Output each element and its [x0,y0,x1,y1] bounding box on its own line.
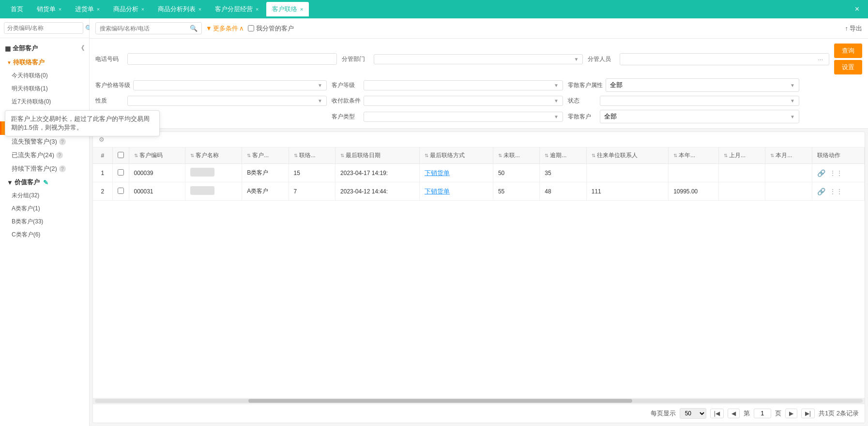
filter-search-input[interactable] [100,25,190,32]
col-this-month[interactable]: ⇅本月... [765,147,812,164]
retail-customer-select[interactable]: 全部 ▼ [600,110,799,123]
customer-level-select[interactable]: ▼ [364,80,563,90]
price-level-select[interactable]: ▼ [133,80,327,90]
more-conditions-btn[interactable]: ▼ 更多条件 ∧ [206,24,244,33]
nav-customer-segment[interactable]: 客户分层经营 × [209,2,264,16]
status-dropdown-icon: ▼ [790,98,795,103]
value-edit-icon[interactable]: ✎ [43,179,48,186]
sidebar-all-customers[interactable]: ▦ 全部客户 《 [0,41,89,56]
left-sidebar: 🔍 ▦ 全部客户 《 ▼ 待联络客户 今天待联络(0) 明天待联络(1) 近7天… [0,18,90,426]
nav-sales[interactable]: 销货单 × [31,2,67,16]
payment-select[interactable]: ▼ [364,96,563,106]
row-checkbox-0[interactable] [118,169,124,176]
cell-last-date-0: 2023-04-17 14:19: [335,164,420,182]
top-nav: 首页 销货单 × 进货单 × 商品分析 × 商品分析列表 × 客户分层经营 × … [0,0,868,18]
filter-form: 电话号码 分管部门 ▼ 分管人员 ··· [90,39,868,129]
sidebar-section-value[interactable]: ▼ 价值客户 ✎ [0,176,89,189]
col-contact-count[interactable]: ⇅联络... [289,147,335,164]
nav-home[interactable]: 首页 [5,2,29,16]
total-records: 共1页 2条记录 [819,409,859,418]
pagination: 每页显示 50 100 200 |◀ ◀ 第 页 ▶ ▶| 共1页 2条记录 [93,404,865,423]
sidebar-section-pending[interactable]: ▼ 待联络客户 [0,56,89,69]
sidebar-item-loss-warning[interactable]: 流失预警客户(3) ? [0,135,89,148]
nav-product-analysis-list[interactable]: 商品分析列表 × [152,2,207,16]
info-icon-4: ? [59,165,66,172]
sidebar-item-ungrouped[interactable]: 未分组(32) [0,189,89,202]
manager-dots-icon[interactable]: ··· [816,56,825,63]
filter-price-level: 客户价格等级 ▼ [95,80,327,90]
col-last-contact-date[interactable]: ⇅最后联络日期 [335,147,420,164]
manager-input[interactable]: ··· [620,53,829,65]
nav-customer-contact[interactable]: 客户联络 × [266,2,309,16]
table-area: ⚙ # ⇅客户编码 ⇅客户名称 [92,132,865,423]
table-settings-icon[interactable]: ⚙ [99,136,105,143]
cell-type-0: B类客户 [242,164,289,182]
customer-type-dropdown-icon: ▼ [554,114,559,119]
col-name[interactable]: ⇅客户名称 [185,147,242,164]
status-select[interactable]: ▼ [600,96,799,106]
action-icon-link-1[interactable]: 🔗 [817,188,825,195]
nav-purchase[interactable]: 进货单 × [69,2,106,16]
sidebar-item-b-class[interactable]: B类客户(33) [0,215,89,228]
last-page-btn[interactable]: ▶| [801,409,815,418]
nav-customer-contact-close[interactable]: × [300,6,303,12]
table-row: 2 000031 A类客户 7 2023-04-12 14:44: 下销货单 5… [93,182,865,201]
sidebar-collapse-btn[interactable]: 《 [78,44,84,53]
col-overdue[interactable]: ⇅逾期... [540,147,586,164]
nature-select[interactable]: ▼ [127,96,327,106]
my-customers-checkbox[interactable] [248,25,254,31]
sidebar-item-tomorrow[interactable]: 明天待联络(1) [0,82,89,95]
retail-attr-select[interactable]: 全部 ▼ [606,78,799,92]
current-page-input[interactable] [754,409,771,418]
query-btn[interactable]: 查询 [834,44,862,58]
col-check [112,147,129,164]
col-contact-person[interactable]: ⇅往来单位联系人 [586,147,668,164]
col-last-month[interactable]: ⇅上月... [718,147,765,164]
filter-search-icon[interactable]: 🔍 [190,25,198,32]
nav-customer-segment-close[interactable]: × [256,6,259,12]
settings-btn[interactable]: 设置 [834,60,862,74]
col-type[interactable]: ⇅客户... [242,147,289,164]
customer-level-dropdown-icon: ▼ [554,83,559,88]
nav-product-analysis-list-close[interactable]: × [198,6,201,12]
sidebar-item-c-class[interactable]: C类客户(6) [0,228,89,241]
export-btn[interactable]: ↑ 导出 [845,24,863,33]
cell-contact-person-1: 111 [586,182,668,201]
action-icon-menu-1[interactable]: ⋮⋮ [829,188,843,195]
sort-icon-10: ⇅ [673,153,677,158]
sidebar-item-today[interactable]: 今天待联络(0) [0,69,89,82]
nav-purchase-close[interactable]: × [97,6,100,12]
phone-input[interactable] [127,53,337,65]
cell-uncontacted-0: 50 [493,164,539,182]
select-all-checkbox[interactable] [118,152,124,158]
customer-type-select[interactable]: ▼ [364,112,563,122]
table-toolbar: ⚙ [93,132,865,147]
nav-sales-close[interactable]: × [59,6,61,12]
nav-product-analysis-close[interactable]: × [141,6,144,12]
first-page-btn[interactable]: |◀ [710,409,724,418]
action-icon-link-0[interactable]: 🔗 [817,169,825,177]
sidebar-item-declining[interactable]: 持续下滑客户(2) ? [0,162,89,176]
col-last-contact-way[interactable]: ⇅最后联络方式 [419,147,493,164]
nav-product-analysis[interactable]: 商品分析 × [107,2,150,16]
sidebar-search-input[interactable] [4,22,83,34]
sidebar-item-a-class[interactable]: A类客户(1) [0,202,89,215]
row-checkbox-1[interactable] [118,188,124,194]
col-uncontacted[interactable]: ⇅未联... [493,147,539,164]
tooltip-box: 距客户上次交易时长，超过了此客户的平均交易周期的1.5倍，则视为异常。 [5,110,160,136]
filter-department: 分管部门 ▼ [342,54,583,64]
next-page-btn[interactable]: ▶ [785,409,797,418]
filter-payment: 收付款条件 ▼ [332,96,563,106]
department-select[interactable]: ▼ [374,54,583,64]
last-way-link-0[interactable]: 下销货单 [425,169,450,176]
sidebar-item-lost[interactable]: 已流失客户(24) ? [0,148,89,162]
last-way-link-1[interactable]: 下销货单 [425,188,450,195]
page-size-select[interactable]: 50 100 200 [680,408,706,419]
action-icon-menu-0[interactable]: ⋮⋮ [829,169,843,177]
sidebar-item-7days[interactable]: 近7天待联络(0) [0,95,89,108]
horizontal-scrollbar[interactable] [93,398,865,404]
col-this-year[interactable]: ⇅本年... [669,147,719,164]
window-close-btn[interactable]: × [851,3,863,15]
col-code[interactable]: ⇅客户编码 [129,147,185,164]
prev-page-btn[interactable]: ◀ [728,409,740,418]
